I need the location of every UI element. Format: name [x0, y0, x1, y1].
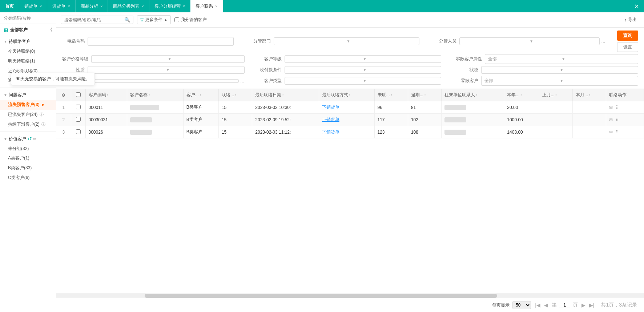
payment-select[interactable]: ▼	[285, 66, 442, 74]
row-last-method-2[interactable]: 下销货单	[319, 126, 374, 138]
row-code-1: 00030031	[85, 114, 127, 126]
row-checkbox-0[interactable]	[71, 101, 85, 114]
sidebar-item-ungroup[interactable]: 未分组(32)	[0, 144, 56, 154]
table-wrapper: ⚙ 客户编码↕ 客户名称↕ 客户...↕ 联络...↕ 最后联络日期↕ 最后联络…	[56, 89, 644, 293]
sidebar-group-title-value[interactable]: ▼ 价值客户 ↺ ✏	[0, 134, 56, 144]
search-input[interactable]	[64, 17, 124, 23]
gender-select[interactable]: ▼	[88, 66, 245, 74]
phone-input[interactable]	[88, 37, 234, 46]
tab-sales[interactable]: 销货单 ×	[19, 0, 47, 12]
last-page-icon[interactable]: ▶|	[588, 302, 596, 308]
search-bar-icon[interactable]: 🔍	[124, 17, 130, 23]
tab-product-analysis[interactable]: 商品分析 ×	[76, 0, 108, 12]
all-customers-header[interactable]: ⊞ 全部客户 《	[0, 24, 56, 36]
sidebar-group-title-problem[interactable]: ▼ 问题客户	[0, 90, 56, 100]
sort-year-icon: ↕	[520, 93, 522, 97]
col-checkbox[interactable]	[71, 89, 85, 101]
retail-customer-select[interactable]: 全部 ▼	[481, 76, 638, 86]
sidebar-item-tomorrow-pending[interactable]: 明天待联络(1)	[0, 56, 56, 66]
row-last-method-0[interactable]: 下销货单	[319, 101, 374, 114]
sidebar-search-input[interactable]	[4, 16, 56, 21]
row-checkbox-2[interactable]	[71, 126, 85, 138]
next-page-icon[interactable]: ▶	[580, 302, 587, 308]
row-select-1[interactable]	[76, 117, 81, 122]
manager-select[interactable]: ▼	[459, 37, 600, 45]
row-uncontacted-0: 96	[374, 101, 408, 114]
tab-customer-segment[interactable]: 客户分层经营 ×	[149, 0, 190, 12]
close-purchase-tab-icon[interactable]: ×	[68, 4, 70, 8]
retail-attr-select[interactable]: 全部 ▼	[485, 54, 638, 64]
price-level-select[interactable]: ▼	[91, 55, 245, 63]
col-this-year[interactable]: 本年...↕	[504, 89, 539, 101]
customer-level-select[interactable]: ▼	[285, 55, 442, 63]
col-contact-person[interactable]: 往来单位联系人↕	[442, 89, 504, 101]
dept-select[interactable]: ▼	[274, 37, 420, 45]
col-settings[interactable]: ⚙	[56, 89, 71, 101]
sidebar: 🔍 ⊞ 全部客户 《 ▼ 待联络客户 今天待联络(0) 明天待联络(1) 近7天…	[0, 12, 56, 312]
prev-page-icon[interactable]: ◀	[543, 302, 549, 308]
window-close-icon[interactable]: ✕	[629, 3, 644, 10]
page-size-select[interactable]: 50 100 200	[512, 301, 531, 309]
close-sales-tab-icon[interactable]: ×	[40, 4, 42, 8]
col-code[interactable]: 客户编码↕	[85, 89, 127, 101]
row-contact-count-1: 15	[218, 114, 252, 126]
col-this-month[interactable]: 本月...↕	[572, 89, 606, 101]
manager-dots-icon[interactable]: …	[601, 39, 605, 44]
row-overdue-2: 108	[408, 126, 441, 138]
col-contact-count[interactable]: 联络...↕	[218, 89, 252, 101]
action-more-icon-0[interactable]: ⠿	[616, 105, 619, 110]
sidebar-item-today-pending[interactable]: 今天待联络(0)	[0, 46, 56, 56]
col-name[interactable]: 客户名称↕	[127, 89, 184, 101]
sidebar-group-title-pending[interactable]: ▼ 待联络客户	[0, 37, 56, 46]
export-button[interactable]: ↑ 导出	[621, 16, 640, 24]
row-type-0: B类客户	[183, 101, 218, 114]
col-last-date[interactable]: 最后联络日期↕	[252, 89, 319, 101]
sidebar-item-b-class[interactable]: B类客户(33)	[0, 163, 56, 173]
sidebar-item-a-class[interactable]: A类客户(1)	[0, 153, 56, 163]
sidebar-item-declining[interactable]: 持续下滑客户(2) ⓘ	[0, 119, 56, 129]
col-uncontacted[interactable]: 未联...↕	[374, 89, 408, 101]
region-dots-icon[interactable]: …	[240, 78, 245, 84]
action-message-icon-2[interactable]: ✉	[609, 130, 613, 135]
tab-customer-contact[interactable]: 客户联系 ×	[190, 0, 223, 12]
table-scrollbar-thumb[interactable]	[145, 294, 497, 298]
region-select[interactable]	[91, 79, 239, 83]
col-last-method[interactable]: 最后联络方式↕	[319, 89, 374, 101]
my-customers-checkbox-wrapper[interactable]: 我分管的客户	[174, 17, 207, 23]
tab-home[interactable]: 首页	[0, 0, 19, 12]
tab-purchase[interactable]: 进货单 ×	[47, 0, 75, 12]
close-product-analysis-tab-icon[interactable]: ×	[100, 4, 102, 8]
close-customer-contact-tab-icon[interactable]: ×	[215, 4, 217, 8]
page-number-input[interactable]	[559, 303, 570, 308]
action-more-icon-1[interactable]: ⠿	[616, 117, 619, 122]
close-customer-segment-tab-icon[interactable]: ×	[183, 4, 185, 8]
my-customers-checkbox[interactable]	[174, 17, 179, 22]
col-last-month[interactable]: 上月...↕	[539, 89, 572, 101]
row-checkbox-1[interactable]	[71, 114, 85, 126]
customer-type-select[interactable]: ▼	[285, 77, 442, 85]
action-message-icon-0[interactable]: ✉	[609, 105, 613, 110]
col-overdue[interactable]: 逾期...↕	[408, 89, 441, 101]
row-select-0[interactable]	[76, 105, 81, 109]
select-all-checkbox[interactable]	[76, 92, 81, 97]
first-page-icon[interactable]: |◀	[534, 302, 542, 308]
row-select-2[interactable]	[76, 129, 81, 134]
tooltip-box: 90天无交易的客户，可能有流失风险。	[11, 73, 56, 85]
close-product-list-tab-icon[interactable]: ×	[141, 4, 144, 8]
action-more-icon-2[interactable]: ⠿	[616, 130, 619, 135]
sidebar-item-churn-warning[interactable]: 流失预警客户(3) ●	[0, 100, 56, 110]
chevron-down-type-icon: ▼	[363, 79, 438, 83]
table-scrollbar[interactable]	[56, 293, 644, 298]
action-message-icon-1[interactable]: ✉	[609, 117, 613, 122]
edit-icon[interactable]: ✏	[33, 136, 37, 142]
refresh-icon[interactable]: ↺	[28, 136, 32, 142]
tab-product-list[interactable]: 商品分析列表 ×	[108, 0, 149, 12]
query-button[interactable]: 查询	[617, 31, 638, 41]
more-conditions-button[interactable]: ▽ 更多条件 ▲	[137, 15, 171, 24]
row-last-method-1[interactable]: 下销货单	[319, 114, 374, 126]
col-type[interactable]: 客户...↕	[183, 89, 218, 101]
status-select[interactable]: ▼	[481, 66, 638, 74]
sidebar-item-churned[interactable]: 已流失客户(24) ⓘ	[0, 110, 56, 119]
settings-button[interactable]: 设置	[617, 42, 638, 52]
sidebar-item-c-class[interactable]: C类客户(6)	[0, 173, 56, 183]
